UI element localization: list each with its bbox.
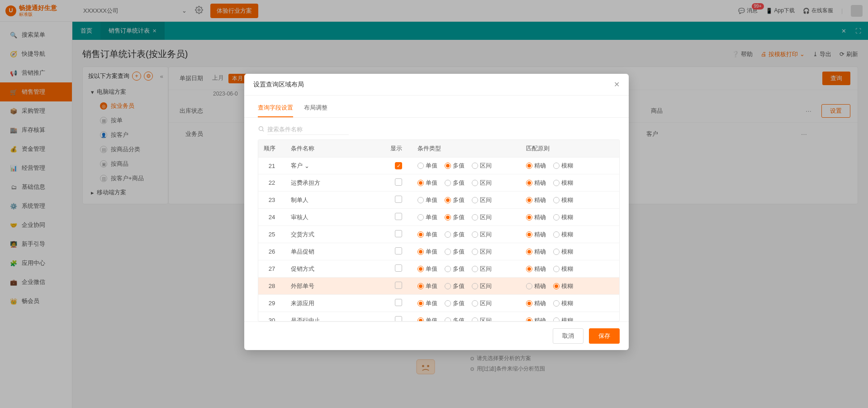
match-fuzzy-radio[interactable]: 模糊 [553, 179, 573, 187]
show-checkbox[interactable]: ✓ [395, 162, 402, 169]
match-exact-radio[interactable]: 精确 [526, 230, 546, 239]
type-range-radio[interactable]: 区间 [472, 213, 492, 221]
match-exact-radio[interactable]: 精确 [526, 299, 546, 307]
radio-icon [472, 266, 478, 272]
conditions-table-scroll[interactable]: 顺序 条件名称 显示 条件类型 匹配原则 21 客户⌄ ✓ 单值 多值 区间 精… [258, 140, 619, 321]
condition-name: 单品促销 [291, 248, 314, 255]
order-cell: 25 [258, 226, 285, 243]
match-exact-radio[interactable]: 精确 [526, 282, 546, 290]
type-range-radio[interactable]: 区间 [472, 179, 492, 187]
radio-icon [553, 283, 560, 289]
type-range-radio[interactable]: 区间 [472, 282, 492, 290]
match-fuzzy-radio[interactable]: 模糊 [553, 299, 573, 307]
type-range-radio[interactable]: 区间 [472, 230, 492, 239]
show-checkbox[interactable] [395, 230, 402, 237]
type-radio-group: 单值 多值 区间 [417, 248, 515, 256]
type-multi-radio[interactable]: 多值 [445, 213, 465, 221]
type-multi-radio[interactable]: 多值 [445, 162, 465, 170]
type-single-radio[interactable]: 单值 [417, 265, 437, 273]
type-radio-group: 单值 多值 区间 [417, 317, 515, 322]
type-single-radio[interactable]: 单值 [417, 213, 437, 221]
type-multi-radio[interactable]: 多值 [445, 265, 465, 273]
cancel-button[interactable]: 取消 [553, 328, 583, 344]
col-order-header: 顺序 [258, 140, 285, 158]
type-radio-group: 单值 多值 区间 [417, 162, 515, 170]
modal-tab-layout[interactable]: 布局调整 [304, 100, 327, 117]
match-fuzzy-radio[interactable]: 模糊 [553, 282, 573, 290]
show-checkbox[interactable] [395, 264, 402, 272]
conditions-table: 顺序 条件名称 显示 条件类型 匹配原则 21 客户⌄ ✓ 单值 多值 区间 精… [258, 140, 619, 321]
radio-icon [472, 231, 478, 238]
match-exact-radio[interactable]: 精确 [526, 248, 546, 256]
type-multi-radio[interactable]: 多值 [445, 196, 465, 204]
save-button[interactable]: 保存 [589, 328, 620, 344]
match-fuzzy-radio[interactable]: 模糊 [553, 265, 573, 273]
type-single-radio[interactable]: 单值 [417, 196, 437, 204]
type-range-radio[interactable]: 区间 [472, 248, 492, 256]
type-radio-group: 单值 多值 区间 [417, 196, 515, 204]
condition-row: 26 单品促销 单值 多值 区间 精确 模糊 [258, 243, 619, 260]
type-multi-radio[interactable]: 多值 [445, 299, 465, 307]
show-checkbox[interactable] [395, 196, 402, 203]
type-range-radio[interactable]: 区间 [472, 196, 492, 204]
match-radio-group: 精确 模糊 [526, 213, 614, 221]
match-fuzzy-radio[interactable]: 模糊 [553, 162, 573, 170]
type-range-radio[interactable]: 区间 [472, 317, 492, 322]
type-range-radio[interactable]: 区间 [472, 265, 492, 273]
show-checkbox[interactable] [395, 316, 402, 321]
modal-close-button[interactable]: ✕ [614, 80, 620, 89]
radio-icon [472, 300, 478, 307]
type-single-radio[interactable]: 单值 [417, 317, 437, 322]
match-radio-group: 精确 模糊 [526, 196, 614, 204]
match-exact-radio[interactable]: 精确 [526, 213, 546, 221]
radio-icon [553, 163, 560, 169]
match-radio-group: 精确 模糊 [526, 179, 614, 187]
type-multi-radio[interactable]: 多值 [445, 317, 465, 322]
show-checkbox[interactable] [395, 247, 402, 254]
radio-icon [553, 300, 560, 307]
type-single-radio[interactable]: 单值 [417, 179, 437, 187]
match-exact-radio[interactable]: 精确 [526, 196, 546, 204]
type-range-radio[interactable]: 区间 [472, 162, 492, 170]
radio-icon [526, 197, 532, 203]
type-single-radio[interactable]: 单值 [417, 248, 437, 256]
radio-icon [526, 249, 532, 255]
type-multi-radio[interactable]: 多值 [445, 230, 465, 239]
condition-row: 22 运费承担方 单值 多值 区间 精确 模糊 [258, 174, 619, 192]
type-single-radio[interactable]: 单值 [417, 230, 437, 239]
col-match-header: 匹配原则 [521, 140, 619, 158]
type-multi-radio[interactable]: 多值 [445, 179, 465, 187]
show-checkbox[interactable] [395, 282, 402, 289]
modal-tab-query-fields[interactable]: 查询字段设置 [258, 100, 293, 117]
condition-search-input[interactable] [267, 124, 349, 135]
type-multi-radio[interactable]: 多值 [445, 282, 465, 290]
radio-icon [472, 249, 478, 255]
type-range-radio[interactable]: 区间 [472, 299, 492, 307]
match-fuzzy-radio[interactable]: 模糊 [553, 213, 573, 221]
match-exact-radio[interactable]: 精确 [526, 179, 546, 187]
type-single-radio[interactable]: 单值 [417, 282, 437, 290]
radio-icon [445, 231, 451, 238]
match-exact-radio[interactable]: 精确 [526, 162, 546, 170]
match-exact-radio[interactable]: 精确 [526, 317, 546, 322]
match-exact-radio[interactable]: 精确 [526, 265, 546, 273]
type-single-radio[interactable]: 单值 [417, 299, 437, 307]
type-radio-group: 单值 多值 区间 [417, 299, 515, 307]
condition-name-expandable[interactable]: 客户⌄ [291, 162, 309, 170]
show-checkbox[interactable] [395, 178, 402, 186]
show-checkbox[interactable] [395, 213, 402, 220]
type-single-radio[interactable]: 单值 [417, 162, 437, 170]
order-cell: 24 [258, 209, 285, 226]
match-fuzzy-radio[interactable]: 模糊 [553, 230, 573, 239]
match-fuzzy-radio[interactable]: 模糊 [553, 317, 573, 322]
radio-icon [526, 283, 532, 289]
chevron-down-icon: ⌄ [304, 163, 309, 169]
show-checkbox[interactable] [395, 299, 402, 306]
match-fuzzy-radio[interactable]: 模糊 [553, 248, 573, 256]
condition-row: 23 制单人 单值 多值 区间 精确 模糊 [258, 192, 619, 209]
match-fuzzy-radio[interactable]: 模糊 [553, 196, 573, 204]
radio-icon [553, 214, 560, 221]
order-cell: 30 [258, 312, 285, 322]
type-multi-radio[interactable]: 多值 [445, 248, 465, 256]
condition-row: 21 客户⌄ ✓ 单值 多值 区间 精确 模糊 [258, 158, 619, 174]
